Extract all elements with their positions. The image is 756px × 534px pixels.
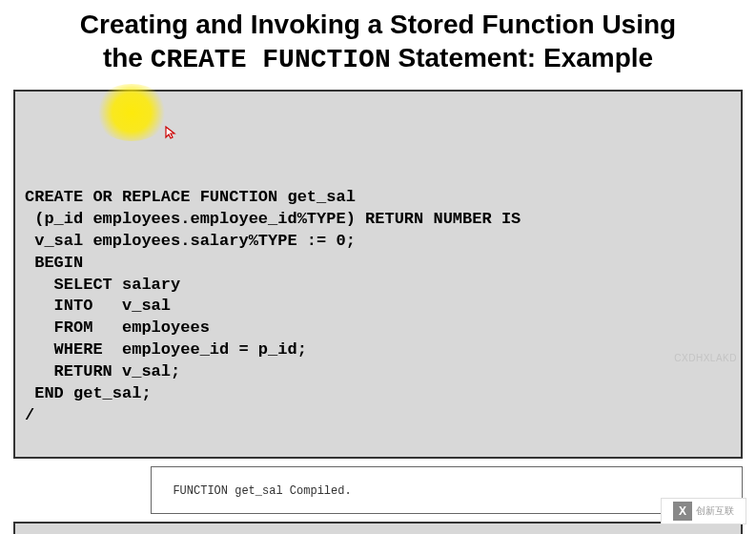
code-block-invoke: -- Invoke the function as an expression …: [13, 522, 743, 534]
code-block-create-function: CREATE OR REPLACE FUNCTION get_sal (p_id…: [13, 90, 743, 459]
code-content-1: CREATE OR REPLACE FUNCTION get_sal (p_id…: [25, 187, 731, 427]
title-line2-suffix: Statement: Example: [391, 43, 653, 72]
title-line2-prefix: the: [103, 43, 151, 72]
title-mono: CREATE FUNCTION: [151, 45, 391, 74]
watermark-text: 创新互联: [696, 504, 734, 518]
highlight-marker: [93, 84, 170, 141]
watermark-badge: X 创新互联: [661, 498, 746, 524]
output-box-1: FUNCTION get_sal Compiled.: [151, 466, 743, 514]
slide-title: Creating and Invoking a Stored Function …: [0, 0, 756, 88]
faint-watermark: CXDHXLAKD: [674, 353, 737, 363]
title-line1: Creating and Invoking a Stored Function …: [80, 10, 676, 39]
cursor-pointer-icon: [125, 103, 179, 170]
watermark-logo-icon: X: [673, 502, 692, 521]
output-text-1: FUNCTION get_sal Compiled.: [173, 484, 351, 498]
